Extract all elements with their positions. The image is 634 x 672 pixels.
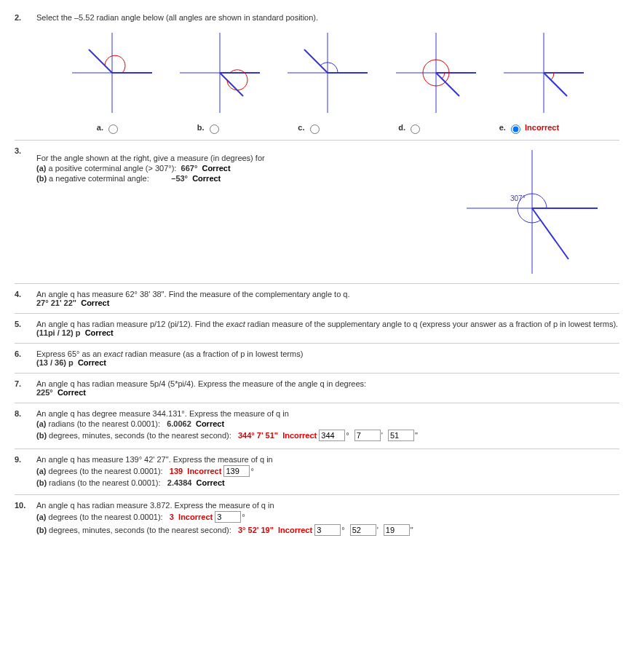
choice-label: c. [298, 123, 304, 132]
part-a: (a) radians (to the nearest 0.0001): 6.0… [36, 419, 619, 428]
question-number: 8. [15, 409, 36, 443]
part-b-answer: 3° 52' 19" [238, 526, 274, 534]
choice-b-radio[interactable] [210, 124, 219, 134]
correct-label: Correct [78, 358, 106, 367]
minutes-input[interactable] [350, 524, 376, 536]
prompt-part-1: An angle q has radian measure p/12 (pi/1… [36, 320, 226, 328]
question-7: 7. An angle q has radian measure 5p/4 (5… [15, 373, 619, 403]
question-4: 4. An angle q has measure 62° 38' 38". F… [15, 284, 619, 314]
seconds-input[interactable] [388, 430, 414, 441]
degree-symbol: ° [250, 467, 253, 475]
question-number: 5. [15, 320, 36, 337]
part-b-answer: –53° [171, 174, 188, 183]
angle-307-diagram: 307° [459, 146, 605, 277]
part-b-answer: 344° 7' 51" [238, 431, 278, 440]
incorrect-label: Incorrect [187, 467, 221, 475]
correct-label: Correct [58, 388, 86, 397]
minute-symbol: ' [377, 526, 379, 534]
choice-d-radio[interactable] [411, 124, 420, 134]
part-a-text: radians (to the nearest 0.0001): [46, 419, 160, 428]
minutes-input[interactable] [354, 430, 381, 441]
prompt-em: exact [226, 320, 245, 328]
angle-diagram-e [500, 29, 587, 116]
question-number: 9. [15, 455, 36, 489]
answer-line: (11pi / 12) p Correct [36, 328, 619, 337]
incorrect-label: Incorrect [278, 526, 312, 534]
choice-row: a. b. c. d. e. Incorrect [36, 122, 619, 134]
part-b-text: a negative coterminal angle: [47, 174, 149, 183]
answer: 225° [36, 388, 53, 397]
svg-line-3 [89, 50, 112, 73]
angle-diagram-d [392, 29, 480, 116]
choice-label: b. [197, 123, 205, 132]
correct-label: Correct [81, 299, 109, 307]
question-body: An angle q has radian measure 3.872. Exp… [36, 501, 619, 537]
answer: 27° 21' 22" [36, 299, 76, 307]
angle-307-label: 307° [510, 194, 526, 202]
part-b-answer: 2.4384 [167, 478, 192, 487]
part-a-label: (a) [36, 419, 46, 428]
part-a: (a) a positive coterminal angle (> 307°)… [36, 164, 459, 173]
choice-c: c. [298, 122, 321, 134]
degrees-input[interactable] [215, 511, 241, 523]
correct-label: Correct [85, 328, 114, 337]
correct-label: Correct [197, 478, 225, 487]
degrees-input[interactable] [314, 524, 341, 536]
question-body: An angle q has degree measure 344.131°. … [36, 409, 619, 443]
part-a: (a) degrees (to the nearest 0.0001): 139… [36, 465, 619, 477]
choice-a-radio[interactable] [108, 124, 118, 134]
question-body: An angle q has measure 139° 42' 27". Exp… [36, 455, 619, 489]
part-a-text: a positive coterminal angle (> 307°): [46, 164, 176, 173]
part-a: (a) degrees (to the nearest 0.0001): 3 I… [36, 511, 619, 523]
choice-e-radio[interactable] [511, 124, 520, 134]
svg-line-15 [436, 73, 459, 96]
part-b: (b) radians (to the nearest 0.0001): 2.4… [36, 478, 619, 487]
question-body: Express 65° as an exact radian measure (… [36, 349, 619, 367]
angle-diagram-a [68, 29, 156, 116]
degree-symbol: ° [346, 431, 349, 440]
part-b: (b) a negative coterminal angle: –53° Co… [36, 174, 459, 183]
question-prompt: An angle q has radian measure 5p/4 (5*pi… [36, 379, 619, 388]
question-number: 7. [15, 379, 36, 397]
question-number: 6. [15, 349, 36, 367]
choice-c-radio[interactable] [310, 124, 320, 134]
part-a-text: degrees (to the nearest 0.0001): [46, 513, 162, 521]
prompt-part-1: Express 65° as an [36, 349, 103, 358]
part-b: (b) degrees, minutes, seconds (to the ne… [36, 524, 619, 536]
question-prompt: An angle q has measure 62° 38' 38". Find… [36, 290, 619, 299]
question-prompt: An angle q has radian measure p/12 (pi/1… [36, 320, 619, 328]
answer-line: 225° Correct [36, 388, 619, 397]
incorrect-label: Incorrect [178, 513, 213, 521]
degrees-input[interactable] [319, 430, 345, 441]
correct-label: Correct [202, 164, 230, 173]
svg-line-24 [532, 208, 568, 259]
seconds-input[interactable] [384, 524, 410, 536]
question-prompt: An angle q has degree measure 344.131°. … [36, 409, 619, 418]
question-body: For the angle shown at the right, give a… [36, 146, 619, 277]
part-a-answer: 6.0062 [167, 419, 191, 428]
choice-a: a. [97, 122, 120, 134]
answer: (11pi / 12) p [36, 328, 81, 337]
angle-diagram-b [176, 29, 263, 116]
svg-line-20 [544, 73, 567, 96]
choice-label: e. [499, 123, 506, 132]
question-9: 9. An angle q has measure 139° 42' 27". … [15, 449, 619, 495]
question-prompt: Select the –5.52 radian angle below (all… [36, 13, 619, 22]
prompt-part-2: radian measure (as a fraction of p in lo… [123, 349, 304, 358]
part-a-text: degrees (to the nearest 0.0001): [46, 467, 162, 475]
choice-d: d. [398, 122, 422, 134]
question-body: Select the –5.52 radian angle below (all… [36, 13, 619, 134]
question-prompt: For the angle shown at the right, give a… [36, 154, 459, 162]
question-prompt: An angle q has measure 139° 42' 27". Exp… [36, 455, 619, 464]
part-a-label: (a) [36, 164, 46, 173]
part-b-text: degrees, minutes, seconds (to the neares… [47, 526, 231, 534]
part-a-answer: 139 [170, 467, 183, 475]
question-number: 2. [15, 13, 36, 134]
question-body: An angle q has measure 62° 38' 38". Find… [36, 290, 619, 307]
choice-label: a. [97, 123, 103, 132]
degrees-input[interactable] [223, 465, 250, 477]
choice-label: d. [398, 123, 405, 132]
prompt-part-2: radian measure of the supplementary angl… [245, 320, 618, 328]
correct-label: Correct [196, 419, 224, 428]
part-b-label: (b) [36, 174, 47, 183]
